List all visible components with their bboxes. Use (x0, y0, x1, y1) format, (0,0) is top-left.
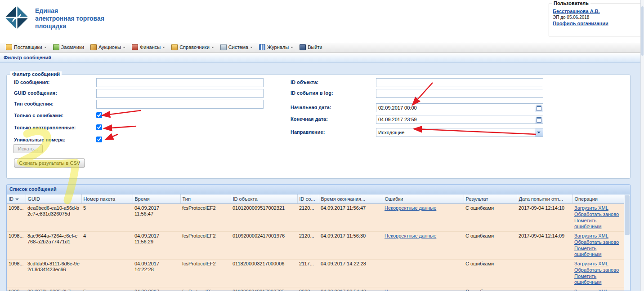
table-header-row: ID GUID Номер пакета Время Тип ID объект… (7, 194, 624, 204)
menu-item-journals[interactable]: Журналы (256, 43, 296, 51)
cell-result: С ошибками (464, 232, 517, 260)
col-header-attempt-date[interactable]: Дата попытки отп... (517, 194, 572, 204)
table-row[interactable]: 1098... 8ac9644a-7264-e6ef-e768-a2b2a774… (7, 232, 624, 260)
col-header-errors[interactable]: Ошибки (383, 194, 464, 204)
cell-errors: Некорректные данные (383, 287, 464, 291)
object-id-input[interactable] (376, 79, 543, 87)
op-reprocess-link[interactable]: Обработать заново (574, 212, 622, 217)
menu-item-exit[interactable]: Выйти (296, 43, 326, 51)
page-scrollbar-thumb[interactable] (641, 6, 644, 56)
message-guid-input[interactable] (96, 89, 264, 98)
col-header-operations[interactable]: Операции (572, 194, 624, 204)
user-panel: Пользователь Бесстрашнова А.В. ЭП до 05.… (549, 4, 642, 36)
col-header-id-so[interactable]: ID со... (297, 194, 319, 204)
message-type-input[interactable] (96, 100, 264, 109)
object-id-field (376, 78, 543, 87)
table-row[interactable]: 1098... dea0bed6-ea10-a56d-b2c7-e831d326… (7, 204, 624, 232)
only-errors-checkbox[interactable] (96, 112, 102, 118)
only-unsent-checkbox[interactable] (96, 124, 102, 130)
menu-label: Финансы (140, 44, 161, 50)
table-row[interactable]: 1098... 02df378b-9925-0b7... 5 04.09.201… (7, 287, 624, 291)
col-header-result[interactable]: Результат (464, 194, 517, 204)
cell-type: fcsProtocolEF2 (180, 260, 231, 287)
cell-operations: Загрузить XML Обработать заново Пометить… (572, 260, 624, 287)
col-header-time[interactable]: Время (133, 194, 180, 204)
cell-result: С ошибками (464, 287, 517, 291)
cell-time: 04.09.2017 14:22:28 (133, 260, 180, 287)
cell-guid: 02df378b-9925-0b7... (26, 287, 81, 291)
op-mark-error-link[interactable]: Пометить ошибочным (574, 273, 622, 285)
main-menu: Поставщики Заказчики Аукционы Финансы Сп… (0, 42, 640, 53)
col-header-packet[interactable]: Номер пакета (81, 194, 133, 204)
col-header-end-time[interactable]: Время окончания... (319, 194, 383, 204)
op-reprocess-link[interactable]: Обработать заново (574, 239, 622, 245)
cell-attempt-date: 2017-09-04 12:14:10 (517, 204, 572, 232)
messages-table: ID GUID Номер пакета Время Тип ID объект… (7, 194, 625, 291)
col-header-type[interactable]: Тип (180, 194, 231, 204)
cell-result: С ошибками (464, 260, 517, 287)
chevron-down-icon (291, 47, 293, 48)
event-id-input[interactable] (376, 89, 543, 97)
cell-guid: 3cdfda9b-8111-6d6e-9e2d-8d34f423ec66 (26, 260, 81, 287)
chevron-down-icon (44, 47, 47, 48)
menu-item-system[interactable]: Система (217, 43, 256, 51)
op-load-xml-link[interactable]: Загрузить XML (574, 205, 622, 211)
org-profile-link[interactable]: Профиль организации (553, 20, 638, 26)
cell-errors (383, 260, 464, 287)
system-icon (220, 44, 227, 50)
end-date-calendar-button[interactable] (535, 115, 543, 123)
end-date-input[interactable] (376, 115, 543, 123)
col-header-label: ID (9, 196, 13, 202)
op-load-xml-link[interactable]: Загрузить XML (574, 261, 622, 267)
cell-id: 1098... (7, 204, 26, 232)
start-date-field (376, 103, 543, 112)
menu-item-customers[interactable]: Заказчики (50, 43, 87, 51)
auctions-icon (90, 44, 97, 50)
download-csv-button[interactable]: Скачать результаты в CSV (14, 159, 85, 168)
col-header-id[interactable]: ID (7, 194, 26, 204)
error-details-link[interactable]: Некорректные данные (385, 233, 436, 238)
start-date-input[interactable] (376, 104, 543, 112)
menu-item-finance[interactable]: Финансы (129, 43, 168, 51)
op-mark-error-link[interactable]: Пометить ошибочным (574, 246, 622, 257)
col-header-object-id[interactable]: ID объекта (231, 194, 297, 204)
direction-select[interactable]: Исходящие (376, 128, 543, 137)
page-scrollbar[interactable] (640, 0, 644, 291)
exit-icon (300, 44, 306, 50)
menu-item-directories[interactable]: Справочники (168, 43, 217, 51)
menu-label: Выйти (308, 44, 322, 50)
col-header-guid[interactable]: GUID (26, 194, 81, 204)
unique-numbers-checkbox[interactable] (96, 137, 102, 142)
error-details-link[interactable]: Некорректные данные (385, 205, 436, 211)
op-reprocess-link[interactable]: Обработать заново (574, 267, 622, 273)
cell-type: fcsProtocolEF2 (180, 204, 231, 232)
user-name-link[interactable]: Бесстрашнова А.В. (553, 8, 638, 14)
grid-scrollbar[interactable] (624, 194, 630, 291)
op-load-xml-link[interactable]: Загрузить XML (574, 289, 622, 291)
finance-icon (132, 44, 138, 50)
filter-panel: Фильтр сообщений ID сообщения: GUID сооб… (6, 75, 631, 179)
direction-dropdown-button[interactable] (535, 128, 543, 137)
cell-time: 04.09.2017 (133, 287, 180, 291)
cell-end-time: 04.09.2017 09:54:40 (319, 287, 383, 291)
menu-item-auctions[interactable]: Аукционы (87, 43, 129, 51)
grid-scrollbar-thumb[interactable] (625, 195, 630, 235)
menu-item-suppliers[interactable]: Поставщики (3, 43, 50, 51)
chevron-down-icon (123, 47, 125, 48)
brand-title: Единая электронная торговая площадка (35, 7, 104, 30)
cell-id-so: 2092... (297, 287, 319, 291)
start-date-calendar-button[interactable] (535, 104, 543, 112)
brand-line-2: электронная торговая (35, 15, 104, 22)
directories-icon (171, 44, 178, 50)
messages-grid: Список сообщений ID GUID Номер пакета Вр… (6, 184, 631, 291)
table-row[interactable]: 1098... 3cdfda9b-8111-6d6e-9e2d-8d34f423… (7, 260, 624, 287)
message-id-input[interactable] (96, 78, 264, 87)
op-load-xml-link[interactable]: Загрузить XML (574, 233, 622, 239)
chevron-down-icon (211, 47, 214, 48)
error-details-link[interactable]: Некорректные данные (385, 289, 436, 291)
search-button[interactable]: Искать... (13, 144, 43, 153)
op-mark-error-link[interactable]: Пометить ошибочным (574, 218, 622, 229)
etp-logo[interactable] (4, 4, 30, 31)
cell-object-id: 0109200002417001976 (231, 232, 297, 260)
sort-desc-icon (15, 198, 19, 200)
